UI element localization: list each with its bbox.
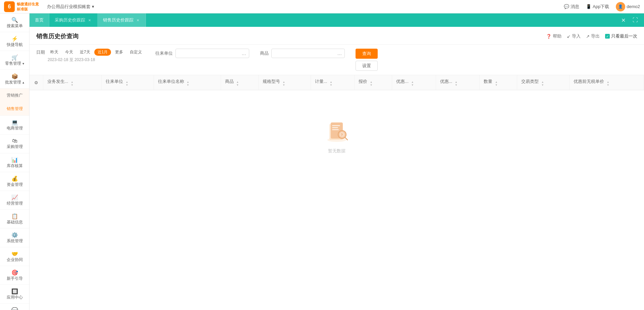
col-discount1[interactable]: 优惠... ▲▼ [392,75,436,90]
last-only-checkbox[interactable]: ✓ 只看最后一次 [605,33,637,39]
sidebar-label-wholesale: 批发管理 [5,80,21,85]
sidebar-item-inventory[interactable]: 📊 库存核算 [0,153,29,172]
help-button[interactable]: ❓ 帮助 [546,33,561,39]
col-discount2[interactable]: 优惠... ▲▼ [436,75,479,90]
sidebar-item-guide[interactable]: 🎯 新手引导 [0,266,29,285]
export-button[interactable]: ↗ 导出 [586,33,600,39]
sidebar-item-search[interactable]: 🔍 搜索菜单 [0,13,29,32]
sidebar-label-purchase: 采购管理 [7,144,23,150]
col-partner-code[interactable]: 往来单位 ▲▼ [101,75,154,90]
col-spec[interactable]: 规格型号 ▲▼ [258,75,311,90]
maximize-button[interactable]: ⛶ [631,15,640,25]
col-unit[interactable]: 计量... ▲▼ [311,75,354,90]
col-trade-type[interactable]: 交易类型 ▲▼ [517,75,570,90]
table-header-row: ⚙ 业务发生... ▲▼ 往来单位 ▲▼ 往来单位名称 [30,75,644,90]
sort-icon: ▲▼ [236,81,239,87]
sidebar-item-operations[interactable]: 📈 经营管理 [0,191,29,210]
tab-purchase[interactable]: 采购历史价跟踪 ✕ [49,13,98,27]
col-partner-name[interactable]: 往来单位名称 ▲▼ [154,75,221,90]
sidebar-label-retail: 零售管理 [5,61,21,66]
sidebar-label-inventory: 库存核算 [7,163,23,169]
user-menu[interactable]: 👤 demo2 [616,2,640,11]
sidebar-item-basic[interactable]: 📋 基础信息 [0,210,29,228]
empty-text: 暂无数据 [328,148,345,154]
table-area: ⚙ 业务发生... ▲▼ 往来单位 ▲▼ 往来单位名称 [30,75,644,310]
tab-sales-label: 销售历史价跟踪 [103,17,133,23]
sidebar-item-enterprise[interactable]: 🤝 企业协同 [0,247,29,266]
logo: 6 畅捷通好生意 标准版 [4,1,39,12]
import-icon: ↙ [567,34,571,39]
col-pre-tax-price[interactable]: 优惠前无税单价 ▲▼ [570,75,644,90]
account-dropdown[interactable]: 办公用品行业模拟账套 ▾ [44,2,97,11]
chevron-down-icon: ▾ [22,62,24,65]
query-button[interactable]: 查询 [356,49,378,59]
sidebar-label-enterprise: 企业协同 [7,257,23,263]
date-opt-1month[interactable]: 近1月 [94,49,111,56]
sidebar-item-marketing[interactable]: 营销推广 [0,89,29,102]
tab-purchase-close[interactable]: ✕ [87,18,92,22]
sort-icon: ▲▼ [541,81,544,87]
date-range-display: 2023-02-18 至 2023-03-18 [48,57,95,62]
message-icon: 💬 [564,4,569,9]
sidebar-item-shortcuts[interactable]: ⚡ 快捷导航 [0,32,29,51]
help-icon: ❓ [546,34,551,39]
partner-picker-icon[interactable]: ... [241,50,246,56]
phone-icon: 📱 [586,4,591,9]
sidebar-label-basic: 基础信息 [7,219,23,225]
date-opt-custom[interactable]: 自定义 [127,49,145,56]
product-input[interactable] [274,51,335,56]
tab-home[interactable]: 首页 [30,13,49,27]
message-button[interactable]: 💬 消息 [564,4,579,10]
sort-icon: ▲▼ [455,81,458,87]
sidebar-item-ecommerce[interactable]: 💻 电商管理 [0,116,29,135]
tab-sales-close[interactable]: ✕ [136,18,140,22]
empty-state: ? 暂无数据 [30,90,644,181]
sidebar-item-system[interactable]: ⚙️ 系统管理 [0,228,29,247]
date-opt-yesterday[interactable]: 昨天 [48,49,61,56]
date-opt-7days[interactable]: 近7天 [77,49,93,56]
sidebar-label-appstore: 应用中心 [7,295,23,300]
sidebar-label-operations: 经营管理 [7,201,23,206]
page-header: 销售历史价查询 ❓ 帮助 ↙ 导入 ↗ 导出 ✓ [30,27,644,45]
svg-rect-4 [332,127,338,128]
col-product[interactable]: 商品 ▲▼ [221,75,258,90]
svg-rect-3 [332,125,340,126]
settings-button[interactable]: 设置 [356,61,378,71]
date-options: 昨天 今天 近7天 近1月 更多 自定义 [48,49,145,56]
gear-icon[interactable]: ⚙ [34,80,38,85]
topbar: 6 畅捷通好生意 标准版 办公用品行业模拟账套 ▾ 💬 消息 📱 App下载 👤… [0,0,644,13]
col-quantity[interactable]: 数量 ▲▼ [480,75,517,90]
partner-input-wrap[interactable]: ... [175,49,249,58]
sidebar-item-appstore[interactable]: 🔲 应用中心 [0,285,29,304]
sidebar-item-wholesale[interactable]: 📦 批发管理 ▴ [0,70,29,89]
col-biz-date[interactable]: 业务发生... ▲▼ [43,75,101,90]
checkbox-icon: ✓ [605,34,610,39]
product-picker-icon[interactable]: ... [337,50,342,56]
sidebar-item-retail[interactable]: 🛒 零售管理 ▾ [0,51,29,70]
import-label: 导入 [572,33,581,39]
sidebar-item-finance[interactable]: 💰 资金管理 [0,172,29,191]
date-opt-today[interactable]: 今天 [62,49,76,56]
partner-input[interactable] [178,51,239,56]
sort-icon: ▲▼ [411,81,414,87]
partner-filter-label: 往来单位 [155,50,173,56]
sidebar-item-purchase[interactable]: 🛍 采购管理 [0,135,29,153]
app-download-label: App下载 [593,4,609,10]
close-tab-button[interactable]: ✕ [619,15,628,25]
sidebar-item-sales-mgmt[interactable]: 销售管理 [0,102,29,115]
col-settings[interactable]: ⚙ [30,75,43,90]
col-price[interactable]: 报价 ▲▼ [355,75,392,90]
message-label: 消息 [571,4,579,10]
sidebar: 🔍 搜索菜单 ⚡ 快捷导航 🛒 零售管理 ▾ 📦 批发管理 ▴ 营销推广 [0,13,30,310]
topbar-right: 💬 消息 📱 App下载 👤 demo2 [564,2,640,11]
chevron-up-icon: ▴ [22,81,24,84]
sidebar-item-weixin[interactable]: 💬 企业微信 [0,304,29,310]
tab-sales[interactable]: 销售历史价跟踪 ✕ [98,13,146,27]
date-opt-more[interactable]: 更多 [112,49,126,56]
content-area: 首页 采购历史价跟踪 ✕ 销售历史价跟踪 ✕ ✕ ⛶ 销售历史价查询 [30,13,644,310]
sidebar-label-system: 系统管理 [7,238,23,244]
app-download-button[interactable]: 📱 App下载 [586,4,609,10]
product-input-wrap[interactable]: ... [271,49,345,58]
import-button[interactable]: ↙ 导入 [567,33,581,39]
filter-buttons: 查询 设置 [356,49,378,71]
